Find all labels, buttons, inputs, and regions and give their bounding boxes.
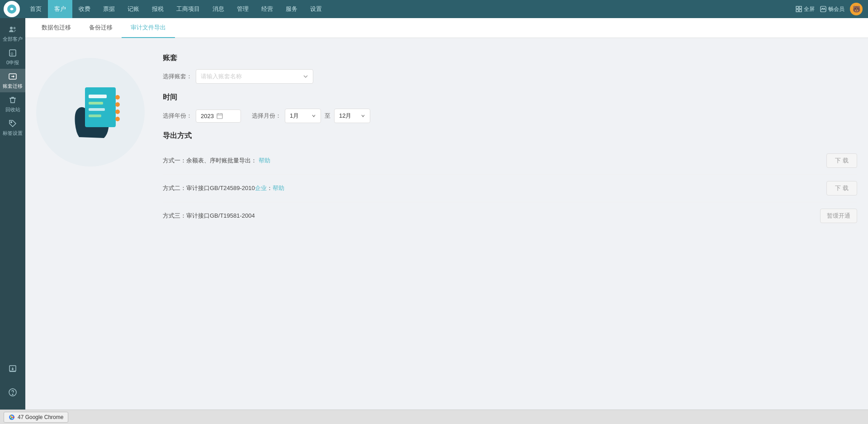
svg-rect-17 (89, 102, 103, 105)
svg-point-7 (14, 27, 16, 29)
time-section-title: 时间 (163, 93, 857, 102)
export-method-2-help[interactable]: 帮助 (273, 185, 284, 191)
svg-rect-1 (796, 6, 798, 9)
account-select-row: 选择账套： 请输入账套名称 (163, 69, 857, 84)
nav-items: 首页 客户 收费 票据 记账 报税 工商项目 消息 管理 经营 服务 设置 (24, 0, 796, 18)
month-end-select[interactable]: 12月 (334, 109, 370, 123)
content-area: 数据包迁移 备份迁移 审计文件导出 (25, 18, 868, 410)
main-layout: 全部客户 0 0申报 账套迁移 回收站 (0, 18, 868, 410)
nav-business[interactable]: 工商项目 (170, 0, 206, 18)
sidebar: 全部客户 0 0申报 账套迁移 回收站 (0, 18, 25, 410)
tab-audit-export[interactable]: 审计文件导出 (122, 18, 175, 38)
nav-tax[interactable]: 报税 (146, 0, 170, 18)
export-method-2-company: 企业 (255, 185, 267, 191)
svg-point-11 (11, 121, 12, 122)
fullscreen-label: 全屏 (804, 5, 815, 13)
sidebar-item-download[interactable] (0, 357, 25, 381)
illustration-container (36, 49, 145, 167)
nav-fee[interactable]: 收费 (72, 0, 97, 18)
form-area: 账套 选择账套： 请输入账套名称 时间 选择年份： 2023 (163, 49, 857, 229)
export-method-2: 方式二：审计接口GB/T24589-2010企业：帮助 下 载 (163, 175, 857, 202)
svg-rect-24 (217, 114, 222, 119)
account-select-label: 选择账套： (163, 72, 192, 81)
svg-point-23 (115, 117, 120, 121)
vip-btn[interactable]: 畅会员 (820, 5, 844, 13)
year-value: 2023 (201, 113, 214, 119)
year-label: 选择年份： (163, 112, 192, 120)
sidebar-label-trash: 回收站 (5, 106, 20, 113)
tab-data-migrate[interactable]: 数据包迁移 (33, 18, 80, 38)
vip-label: 畅会员 (828, 5, 844, 13)
nav-invoice[interactable]: 票据 (97, 0, 121, 18)
sidebar-item-migrate[interactable]: 账套迁移 (0, 69, 25, 92)
nav-service[interactable]: 服务 (279, 0, 304, 18)
nav-right: 全屏 畅会员 🐻 (796, 3, 868, 15)
illustration-circle (36, 58, 145, 167)
month-start-value: 1月 (290, 112, 299, 120)
sidebar-item-trash[interactable]: 回收站 (0, 92, 25, 116)
export-method-1-label: 方式一：余额表、序时账批量导出： 帮助 (163, 157, 270, 165)
svg-rect-2 (799, 6, 802, 9)
year-input[interactable]: 2023 (196, 110, 241, 123)
tab-backup-migrate[interactable]: 备份迁移 (80, 18, 122, 38)
export-method-3-label: 方式三：审计接口GB/T19581-2004 (163, 212, 255, 220)
avatar[interactable]: 🐻 (850, 3, 863, 15)
nav-client[interactable]: 客户 (48, 0, 72, 18)
svg-rect-4 (799, 10, 802, 12)
export-method-1-btn[interactable]: 下 载 (826, 153, 857, 168)
month-label: 选择月份： (252, 112, 281, 120)
nav-home[interactable]: 首页 (24, 0, 48, 18)
export-method-3-btn[interactable]: 暂缓开通 (820, 209, 857, 223)
nav-manage[interactable]: 管理 (231, 0, 255, 18)
account-select-placeholder: 请输入账套名称 (201, 72, 242, 81)
account-select[interactable]: 请输入账套名称 (196, 69, 313, 84)
svg-rect-15 (85, 87, 116, 127)
logo[interactable] (4, 1, 20, 17)
account-section-title: 账套 (163, 53, 857, 63)
export-method-1-help[interactable]: 帮助 (259, 157, 270, 164)
time-separator: 至 (325, 112, 330, 120)
svg-point-6 (10, 27, 13, 29)
month-start-select[interactable]: 1月 (285, 109, 321, 123)
nav-accounting[interactable]: 记账 (121, 0, 146, 18)
fullscreen-btn[interactable]: 全屏 (796, 5, 815, 13)
nav-settings[interactable]: 设置 (304, 0, 328, 18)
svg-point-21 (115, 102, 120, 107)
svg-point-14 (12, 394, 13, 395)
sidebar-item-tag[interactable]: 标签设置 (0, 116, 25, 139)
sidebar-label-tag: 标签设置 (3, 130, 23, 137)
sidebar-item-zero-declare[interactable]: 0 0申报 (0, 45, 25, 69)
taskbar: 47 Google Chrome (0, 410, 868, 424)
svg-rect-3 (796, 10, 798, 12)
sidebar-item-all-clients[interactable]: 全部客户 (0, 22, 25, 45)
sidebar-label-migrate: 账套迁移 (3, 83, 23, 90)
taskbar-chrome-label: 47 Google Chrome (18, 414, 63, 420)
sidebar-bottom (0, 357, 25, 410)
export-method-1: 方式一：余额表、序时账批量导出： 帮助 下 载 (163, 147, 857, 175)
taskbar-chrome[interactable]: 47 Google Chrome (4, 412, 68, 423)
time-row: 选择年份： 2023 选择月份： 1月 (163, 109, 857, 123)
nav-message[interactable]: 消息 (206, 0, 231, 18)
sidebar-item-help[interactable] (0, 381, 25, 404)
export-method-2-label: 方式二：审计接口GB/T24589-2010企业：帮助 (163, 184, 284, 192)
top-nav: 首页 客户 收费 票据 记账 报税 工商项目 消息 管理 经营 服务 设置 全屏 (0, 0, 868, 18)
svg-text:0: 0 (11, 52, 13, 56)
svg-point-22 (115, 110, 120, 114)
month-end-value: 12月 (339, 112, 351, 120)
svg-rect-19 (89, 114, 101, 117)
export-method-3: 方式三：审计接口GB/T19581-2004 暂缓开通 (163, 202, 857, 229)
svg-point-20 (115, 95, 120, 100)
svg-rect-18 (89, 108, 105, 111)
page-body: 账套 选择账套： 请输入账套名称 时间 选择年份： 2023 (25, 38, 868, 410)
nav-operation[interactable]: 经营 (255, 0, 279, 18)
export-method-2-btn[interactable]: 下 载 (826, 181, 857, 195)
export-section: 导出方式 方式一：余额表、序时账批量导出： 帮助 下 载 方式二：审计接口GB/ (163, 131, 857, 229)
svg-rect-16 (89, 95, 107, 98)
sidebar-label-all-clients: 全部客户 (3, 36, 23, 43)
sub-tabs: 数据包迁移 备份迁移 审计文件导出 (25, 18, 868, 38)
export-section-title: 导出方式 (163, 131, 857, 141)
sidebar-label-zero-declare: 0申报 (6, 59, 19, 66)
